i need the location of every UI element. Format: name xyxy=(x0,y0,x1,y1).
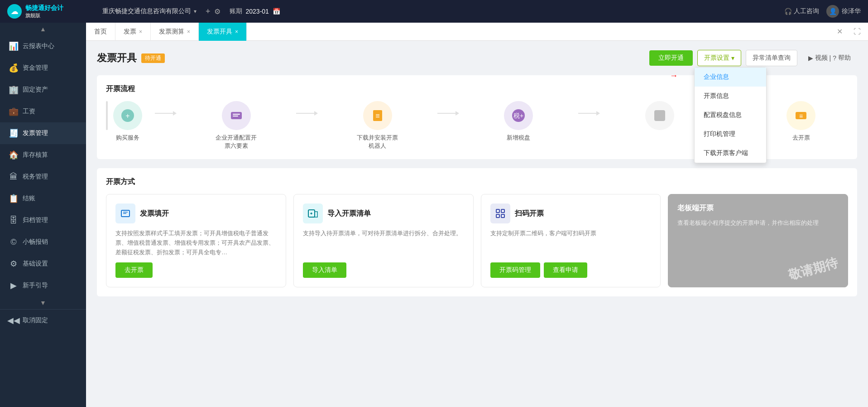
logo-icon: ☁ xyxy=(7,4,22,19)
main-content: 首页 发票 × 发票测算 × 发票开具 × ✕ ⛶ xyxy=(86,23,868,407)
billing-import-desc: 支持导入待开票清单，可对待开票清单进行拆分、合并处理。 xyxy=(303,229,464,238)
user-info[interactable]: 👤 徐泽华 xyxy=(826,5,861,18)
sidebar-item-settle[interactable]: 📋 结账 xyxy=(0,188,86,209)
flow-step-disk-icon: 税+ xyxy=(504,101,533,130)
help-label: 帮助 xyxy=(838,54,851,62)
billing-card-scan-header: 扫码开票 xyxy=(490,204,652,223)
manual-go-invoice-button[interactable]: 去开票 xyxy=(115,262,153,278)
sidebar-item-invoice[interactable]: 🧾 发票管理 xyxy=(0,122,86,144)
sidebar-scroll-up[interactable]: ▲ xyxy=(0,23,86,35)
coming-soon-overlay: 敬请期待 xyxy=(786,255,840,285)
billing-import-title: 导入开票清单 xyxy=(327,209,371,218)
company-selector[interactable]: 重庆畅捷交通信息咨询有限公司 ▾ xyxy=(99,5,200,17)
import-list-button[interactable]: 导入清单 xyxy=(303,262,346,278)
sidebar-scroll-down[interactable]: ▼ xyxy=(0,296,86,309)
dropdown-item-invoice-info[interactable]: 开票信息 xyxy=(695,87,766,106)
invoice-icon: 🧾 xyxy=(9,129,18,138)
sidebar-item-asset[interactable]: 🏢 固定资产 xyxy=(0,79,86,101)
video-label: 视频 xyxy=(815,54,828,62)
sidebar-item-fund[interactable]: 💰 资金管理 xyxy=(0,57,86,79)
billing-section-title: 开票方式 xyxy=(106,177,848,187)
report-icon: © xyxy=(9,237,18,247)
abnormal-button[interactable]: 异常清单查询 xyxy=(746,50,797,66)
tab-invoice-tool[interactable]: 发票开具 × xyxy=(199,23,247,41)
settings-button[interactable]: 开票设置 ▾ xyxy=(697,50,741,66)
page-header: 发票开具 待开通 立即开通 开票设置 ▾ 异常清单查询 ▶ 视频 | ? xyxy=(97,50,857,66)
window-expand-icon[interactable]: ⛶ xyxy=(850,26,864,38)
flow-step-download-icon: ≡ xyxy=(363,101,392,130)
billing-manual-actions: 去开票 xyxy=(115,262,277,278)
flow-divider xyxy=(106,101,108,130)
dropdown-item-company-info[interactable]: 企业信息 → xyxy=(695,68,766,87)
guide-icon: ▶ xyxy=(9,281,18,290)
logo-title: 畅捷通好会计 xyxy=(25,4,63,12)
inventory-icon: 🏠 xyxy=(9,150,18,160)
flow-step-placeholder-icon xyxy=(645,101,674,130)
activate-button[interactable]: 立即开通 xyxy=(649,50,693,66)
settings-chevron-icon: ▾ xyxy=(731,54,734,62)
username: 徐泽华 xyxy=(842,7,861,15)
dropdown-item-tax-disk[interactable]: 配置税盘信息 xyxy=(695,106,766,125)
status-badge: 待开通 xyxy=(141,53,165,63)
invoice-info-label: 开票信息 xyxy=(704,92,729,99)
sidebar-item-report[interactable]: © 小畅报销 xyxy=(0,231,86,253)
settings-icon[interactable]: ⚙ xyxy=(214,7,221,16)
billing-scan-title: 扫码开票 xyxy=(515,209,544,218)
flow-step-placeholder xyxy=(613,101,707,134)
billing-boss-title: 老板端开票 xyxy=(677,204,714,213)
tab-invoice-test-close[interactable]: × xyxy=(187,29,190,35)
tab-invoice[interactable]: 发票 × xyxy=(115,23,151,41)
tax-icon: 🏛 xyxy=(9,172,18,181)
flow-step-download-label: 下载并安装开票机器人 xyxy=(355,134,400,150)
sidebar-item-basic[interactable]: ⚙ 基础设置 xyxy=(0,253,86,275)
billing-card-manual: 发票填开 支持按照发票样式手工填开发票；可开具增值税电子普通发票、增值税普通发票… xyxy=(106,194,286,287)
page-content: 发票开具 待开通 立即开通 开票设置 ▾ 异常清单查询 ▶ 视频 | ? xyxy=(86,41,868,407)
window-close-icon[interactable]: ✕ xyxy=(833,25,846,38)
svg-rect-19 xyxy=(501,214,504,218)
sidebar-item-tax[interactable]: 🏛 税务管理 xyxy=(0,166,86,188)
red-arrow-icon: → xyxy=(670,71,678,81)
question-icon: ? xyxy=(833,54,836,62)
add-icon[interactable]: + xyxy=(206,7,211,16)
tab-invoice-close[interactable]: × xyxy=(139,29,142,35)
sidebar-item-guide[interactable]: ▶ 新手引导 xyxy=(0,275,86,296)
dropdown-item-printer[interactable]: 打印机管理 xyxy=(695,125,766,144)
company-name: 重庆畅捷交通信息咨询有限公司 xyxy=(102,7,191,15)
calendar-icon[interactable]: 📅 xyxy=(273,8,280,15)
sidebar-label-basic: 基础设置 xyxy=(23,260,48,268)
billing-card-boss-header: 老板端开票 xyxy=(677,204,839,213)
sidebar-item-unpin[interactable]: ◀◀ 取消固定 xyxy=(0,309,86,331)
billing-card-scan: 扫码开票 支持定制开票二维码，客户端可扫码开票 开票码管理 查看申请 xyxy=(481,194,661,287)
flow-step-go-invoice-icon: ≡ xyxy=(786,101,815,130)
download-client-label: 下载开票客户端 xyxy=(704,149,748,156)
billing-scan-icon xyxy=(490,204,510,223)
tab-invoice-test-label: 发票测算 xyxy=(159,28,184,36)
service-button[interactable]: 🎧 人工咨询 xyxy=(784,7,819,15)
period-label: 账期 xyxy=(230,7,242,15)
page-title: 发票开具 xyxy=(97,51,137,65)
billing-manual-title: 发票填开 xyxy=(140,209,169,218)
flow-step-go-invoice: ≡ 去开票 xyxy=(754,101,848,142)
logo-sub: 旗舰版 xyxy=(25,12,63,19)
billing-section: 开票方式 发票填开 支持按照发票样式手工填开发票；可开具增值税电子普通发票、增值… xyxy=(97,168,857,296)
dropdown-item-download-client[interactable]: 下载开票客户端 xyxy=(695,144,766,163)
tab-invoice-tool-label: 发票开具 xyxy=(207,28,232,36)
scan-view-apply-button[interactable]: 查看申请 xyxy=(544,262,587,278)
logo-text-group: 畅捷通好会计 旗舰版 xyxy=(25,4,63,19)
sidebar-label-guide: 新手引导 xyxy=(23,281,48,290)
service-label: 人工咨询 xyxy=(794,7,819,15)
tab-invoice-test[interactable]: 发票测算 × xyxy=(151,23,199,41)
video-help-button[interactable]: ▶ 视频 | ? 帮助 xyxy=(802,50,857,66)
billing-import-icon xyxy=(303,204,323,223)
billing-boss-desc: 查看老板端小程序提交的开票申请，并作出相应的处理 xyxy=(677,218,839,228)
sidebar-item-cloud-report[interactable]: 📊 云报表中心 xyxy=(0,35,86,57)
sidebar-item-archive[interactable]: 🗄 归档管理 xyxy=(0,209,86,231)
flow-step-buy-icon: + xyxy=(113,101,142,130)
scan-code-manage-button[interactable]: 开票码管理 xyxy=(490,262,540,278)
sidebar-item-salary[interactable]: 💼 工资 xyxy=(0,101,86,122)
tab-home[interactable]: 首页 xyxy=(86,23,115,41)
tab-invoice-label: 发票 xyxy=(124,28,136,36)
sidebar-item-inventory[interactable]: 🏠 库存核算 xyxy=(0,144,86,166)
tab-invoice-tool-close[interactable]: × xyxy=(235,29,238,35)
printer-label: 打印机管理 xyxy=(704,130,735,137)
